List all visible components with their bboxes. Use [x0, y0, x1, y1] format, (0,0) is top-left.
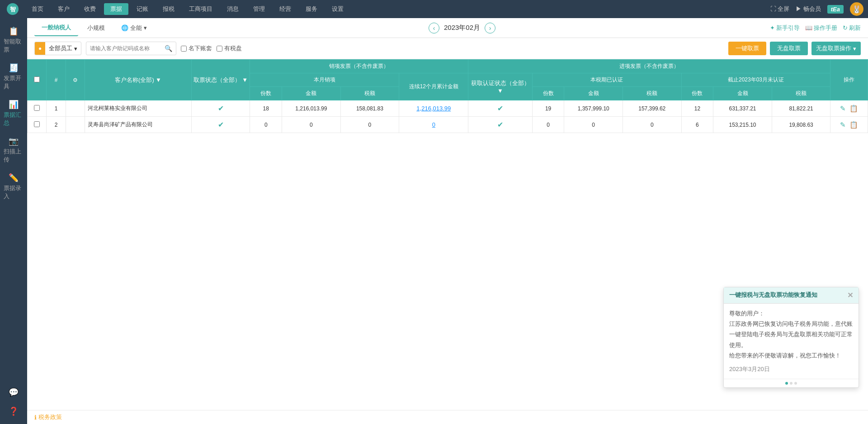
th-purchase-count1: 份数 [532, 87, 564, 100]
row2-sales-amount: 0 [282, 117, 341, 133]
row1-check[interactable] [34, 105, 40, 111]
th-ops: 操作 [830, 60, 868, 100]
toolbar: ● 全部员工 ▾ 🔍 名下账套 有税盘 一键取票 无盘取票 [27, 38, 868, 59]
nav-invoice[interactable]: 票据 [104, 3, 128, 15]
tax-policy-link[interactable]: ℹ 税务政策 [34, 413, 62, 421]
nav-manage[interactable]: 管理 [247, 3, 271, 15]
th-purchase-amount1: 金额 [564, 87, 623, 100]
no-disk-ops-btn[interactable]: 无盘取票操作 ▾ [811, 42, 861, 55]
row1-sales-12month-link[interactable]: 1,216,013.99 [416, 105, 451, 112]
filter-value: 全部员工 ▾ [45, 44, 81, 52]
nav-items: 首页 客户 收费 票据 记账 报税 工商项目 消息 管理 经营 服务 设置 [25, 3, 770, 15]
th-purchase-this-period: 本税期已认证 [532, 73, 681, 87]
fetch-status-filter-icon[interactable]: ▼ [242, 76, 248, 83]
nav-message[interactable]: 消息 [221, 3, 245, 15]
row1-detail-icon[interactable]: 📋 [849, 105, 858, 113]
bottom-bar: ℹ 税务政策 [27, 410, 868, 424]
row1-settings [66, 100, 85, 117]
th-settings: ⚙ [66, 60, 85, 100]
row2-edit-icon[interactable]: ✎ [840, 121, 846, 129]
nav-home[interactable]: 首页 [25, 3, 50, 15]
notification-popup: 一键报税与无盘取票功能恢复通知 ✕ 尊敬的用户： 江苏政务网已恢复访问电子税务局… [723, 287, 859, 388]
scroll-dot-2[interactable] [790, 382, 793, 385]
row2-fetch-status: ✔ [191, 117, 250, 133]
scroll-dot-1[interactable] [785, 382, 788, 385]
sidebar-item-smart-fetch[interactable]: 📋 智能取票 [2, 23, 25, 57]
tax-disk-checkbox[interactable] [217, 46, 222, 52]
sidebar-help-btn[interactable]: ❓ [5, 403, 22, 419]
row2-auth-check-icon: ✔ [497, 121, 503, 129]
nav-right: ⛶ 全屏 ▶ 畅会员 tEa 🐰 [770, 2, 863, 16]
sidebar-item-scan-upload[interactable]: 📷 扫描上传 [2, 133, 25, 167]
fullscreen-btn[interactable]: ⛶ 全屏 [770, 5, 790, 13]
notification-scroll [724, 379, 859, 387]
sidebar-item-invoice-entry[interactable]: ✏️ 票据录入 [2, 169, 25, 204]
dropdown-arrow-icon: ▾ [853, 45, 856, 52]
row1-actions: ✎ 📋 [830, 100, 868, 117]
search-icon[interactable]: 🔍 [165, 45, 172, 52]
th-purchase-tax2: 税额 [772, 87, 830, 100]
row1-purchase-count1: 19 [532, 100, 564, 117]
row2-purchase-amount1: 0 [564, 117, 623, 133]
no-disk-fetch-btn[interactable]: 无盘取票 [770, 42, 808, 55]
refresh-btn[interactable]: ↻ 刷新 [843, 24, 861, 32]
search-input[interactable] [90, 45, 162, 52]
th-sales-invoice-group: 销项发票（不含作废票） [250, 60, 468, 73]
th-index: # [47, 60, 66, 100]
nav-operation[interactable]: 经营 [273, 3, 297, 15]
tab-all[interactable]: 🌐 全能 ▾ [114, 20, 154, 36]
th-purchase-amount2: 金额 [713, 87, 772, 100]
svg-text:智: 智 [9, 6, 16, 13]
row1-edit-icon[interactable]: ✎ [840, 105, 846, 113]
nav-settings[interactable]: 设置 [326, 3, 350, 15]
filter-chevron-icon: ▾ [74, 45, 77, 52]
tab-right-actions: ✦ 新手引导 📖 操作手册 ↻ 刷新 [770, 24, 861, 32]
tab-bar: 一般纳税人 小规模 🌐 全能 ▾ ‹ 2023年02月 › ✦ 新手引导 📖 操… [27, 18, 868, 38]
table-row: 1 河北柯莱格实业有限公司 ✔ 18 1,216,013.99 158,081.… [28, 100, 868, 117]
row1-customer: 河北柯莱格实业有限公司 [85, 100, 192, 117]
row2-actions: ✎ 📋 [830, 117, 868, 133]
nav-fee[interactable]: 收费 [78, 3, 102, 15]
auth-filter-icon[interactable]: ▼ [497, 87, 503, 94]
sidebar-item-invoice-open[interactable]: 🧾 发票开具 [2, 59, 25, 94]
period-display: 2023年02月 [444, 24, 480, 32]
nav-tax[interactable]: 报税 [156, 3, 181, 15]
tax-disk-filter[interactable]: 有税盘 [217, 44, 242, 52]
row2-sales-12month-link[interactable]: 0 [432, 121, 435, 128]
row2-purchase-amount2: 153,215.10 [713, 117, 772, 133]
row2-sales-tax: 0 [340, 117, 399, 133]
nav-service[interactable]: 服务 [299, 3, 324, 15]
row2-purchase-tax2: 19,808.63 [772, 117, 830, 133]
tab-general-taxpayer[interactable]: 一般纳税人 [34, 20, 78, 36]
row2-index: 2 [47, 117, 66, 133]
nav-business[interactable]: 工商项目 [183, 3, 219, 15]
next-period-btn[interactable]: › [485, 23, 495, 33]
vip-btn[interactable]: ▶ 畅会员 [796, 5, 821, 13]
row2-check[interactable] [34, 121, 40, 127]
scroll-dot-3[interactable] [794, 382, 797, 385]
my-account-filter[interactable]: 名下账套 [181, 44, 212, 52]
notification-close-btn[interactable]: ✕ [847, 291, 853, 300]
new-guide-btn[interactable]: ✦ 新手引导 [770, 24, 800, 32]
notification-body: 尊敬的用户： 江苏政务网已恢复访问电子税务局功能，意代账一键登陆电子税务局与无盘… [724, 304, 859, 379]
filter-icon[interactable]: ▼ [156, 76, 161, 83]
one-key-fetch-btn[interactable]: 一键取票 [728, 42, 766, 55]
nav-customer[interactable]: 客户 [52, 3, 76, 15]
tab-small-scale[interactable]: 小规模 [80, 20, 112, 36]
my-account-checkbox[interactable] [181, 46, 187, 52]
row2-detail-icon[interactable]: 📋 [849, 121, 858, 129]
sidebar-item-invoice-summary[interactable]: 📊 票据汇总 [2, 96, 25, 131]
select-all-checkbox[interactable] [34, 76, 40, 82]
manual-btn[interactable]: 📖 操作手册 [805, 24, 837, 32]
prev-period-btn[interactable]: ‹ [429, 23, 439, 33]
row2-settings [66, 117, 85, 133]
nav-bookkeeping[interactable]: 记账 [130, 3, 155, 15]
user-avatar[interactable]: 🐰 [850, 2, 863, 16]
search-box: 🔍 [86, 42, 176, 55]
employee-filter[interactable]: ● 全部员工 ▾ [34, 42, 81, 55]
sidebar-chat-btn[interactable]: 💬 [5, 384, 22, 400]
toolbar-right: 一键取票 无盘取票 无盘取票操作 ▾ [728, 42, 861, 55]
row1-index: 1 [47, 100, 66, 117]
invoice-open-icon: 🧾 [9, 63, 19, 73]
sidebar-bottom: 💬 ❓ [5, 384, 22, 419]
